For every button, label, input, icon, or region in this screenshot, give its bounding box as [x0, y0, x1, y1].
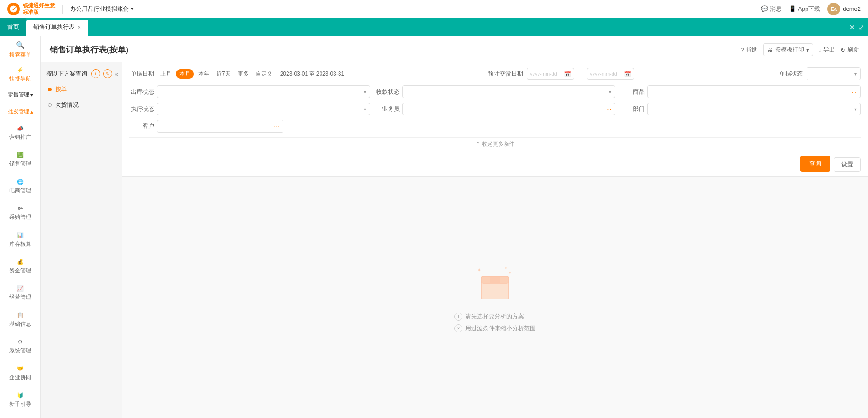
content-wrapper: 按以下方案查询 + ✎ « 按单 — [41, 62, 868, 418]
scheme-item-debt[interactable]: 欠货情况 — [41, 97, 122, 113]
sidebar-item-system[interactable]: ⚙ 系统管理 — [0, 333, 40, 360]
exec-chevron-icon: ▾ — [364, 107, 366, 112]
expected-date-end[interactable]: yyyy-mm-dd 📅 — [587, 68, 634, 80]
exec-select[interactable]: ▾ — [157, 103, 370, 115]
wholesale-arrow-icon: ▴ — [30, 109, 33, 115]
tab-expand-icon[interactable]: ⤢ — [859, 23, 864, 32]
tab-close-btn[interactable]: × — [77, 24, 81, 31]
sidebar-item-retail[interactable]: 零售管理 ▾ — [0, 86, 40, 103]
sidebar-item-ecommerce[interactable]: 🌐 电商管理 — [0, 173, 40, 200]
header-right: 💬 消息 📱 App下载 Ea demo2 — [761, 3, 861, 15]
system-icon: ⚙ — [18, 339, 23, 345]
outbound-select[interactable]: ▾ — [157, 86, 370, 98]
filter-fields-row2: 执行状态 ▾ 业务员 ··· — [129, 103, 861, 115]
scheme-item-order[interactable]: 按单 — [41, 82, 122, 97]
date-btn-custom[interactable]: 自定义 — [253, 69, 275, 79]
settings-btn[interactable]: 设置 — [834, 157, 861, 172]
message-btn[interactable]: 💬 消息 — [761, 5, 782, 13]
help-icon: ? — [741, 47, 744, 53]
sidebar-item-finance[interactable]: 💰 资金管理 — [0, 253, 40, 280]
collapse-filters-btn[interactable]: ⌃ 收起更多条件 — [129, 137, 861, 151]
date-range-dash: — — [578, 71, 583, 77]
sidebar-item-sales[interactable]: 💹 销售管理 — [0, 147, 40, 173]
date-range-display: 2023-03-01 至 2023-03-31 — [280, 70, 344, 78]
add-scheme-btn[interactable]: + — [91, 69, 100, 78]
sidebar-item-enterprise[interactable]: 🤝 企业协同 — [0, 360, 40, 387]
sidebar-item-operations[interactable]: 📈 经营管理 — [0, 280, 40, 307]
salesperson-label: 业务员 — [375, 105, 400, 113]
search-icon: 🔍 — [16, 41, 25, 49]
app-download-btn[interactable]: 📱 App下载 — [789, 5, 820, 13]
sidebar-item-newbie[interactable]: 🔰 新手引导 — [0, 387, 40, 413]
payment-select[interactable]: ▾ — [402, 86, 616, 98]
exec-label: 执行状态 — [129, 105, 154, 113]
active-scheme-dot — [48, 88, 52, 91]
goods-input[interactable]: ··· — [647, 86, 861, 98]
empty-tip-2: 2 用过滤条件来缩小分析范围 — [454, 324, 536, 332]
expected-date-start[interactable]: yyyy-mm-dd 📅 — [527, 68, 574, 80]
svg-text:✦: ✦ — [477, 267, 481, 273]
empty-state: ✦ ✦ ✦ 1 请先选择要分析的方案 — [454, 263, 536, 332]
filter-panel-icons: + ✎ « — [91, 69, 118, 78]
svg-text:✦: ✦ — [509, 271, 512, 275]
operations-icon: 📈 — [17, 285, 24, 292]
active-tab-label: 销售订单执行表 — [33, 23, 75, 31]
customer-input[interactable]: ··· — [157, 120, 283, 133]
dept-label: 部门 — [620, 105, 645, 113]
dept-select[interactable]: ▾ — [647, 103, 861, 115]
sidebar-search[interactable]: 🔍 搜索菜单 — [0, 36, 40, 63]
basic-icon: 📋 — [17, 312, 24, 318]
sidebar-item-apps[interactable]: 🔲 应用中心 — [0, 413, 40, 418]
date-btn-more[interactable]: 更多 — [235, 69, 251, 79]
tab-close-window-icon[interactable]: ✕ — [849, 23, 855, 32]
sidebar: 🔍 搜索菜单 ⚡ 快捷导航 零售管理 ▾ 批发管理 ▴ 📣 营销推广 💹 销售管… — [0, 36, 41, 418]
edit-scheme-btn[interactable]: ✎ — [103, 69, 112, 78]
date-btn-current-month[interactable]: 本月 — [176, 69, 194, 79]
sidebar-item-inventory[interactable]: 📊 库存核算 — [0, 227, 40, 253]
payment-label: 收款状态 — [375, 88, 400, 96]
filter-fields-row3: 客户 ··· — [129, 120, 861, 133]
salesperson-input[interactable]: ··· — [402, 103, 616, 115]
marketing-icon: 📣 — [17, 125, 24, 132]
filter-side-panel: 按以下方案查询 + ✎ « 按单 — [41, 62, 122, 418]
calendar-start-icon: 📅 — [564, 71, 571, 77]
logo-text: 畅捷通好生意 标准版 — [23, 2, 55, 15]
query-btn[interactable]: 查询 — [800, 156, 830, 172]
date-btn-current-year[interactable]: 本年 — [196, 69, 212, 79]
print-arrow-icon: ▾ — [806, 47, 809, 53]
user-area[interactable]: Ea demo2 — [827, 3, 861, 15]
sidebar-item-purchase[interactable]: 🛍 采购管理 — [0, 200, 40, 227]
sidebar-item-marketing[interactable]: 📣 营销推广 — [0, 120, 40, 147]
dept-field: 部门 ▾ — [620, 103, 861, 115]
tip1-number: 1 — [454, 313, 462, 321]
print-icon: 🖨 — [767, 47, 773, 53]
salesperson-field: 业务员 ··· — [375, 103, 616, 115]
sidebar-item-wholesale[interactable]: 批发管理 ▴ — [0, 103, 40, 120]
home-tab[interactable]: 首页 — [0, 18, 26, 36]
expected-date-label: 预计交货日期 — [488, 70, 523, 78]
main-layout: 🔍 搜索菜单 ⚡ 快捷导航 零售管理 ▾ 批发管理 ▴ 📣 营销推广 💹 销售管… — [0, 36, 868, 418]
retail-arrow-icon: ▾ — [30, 92, 33, 98]
newbie-icon: 🔰 — [17, 392, 24, 399]
date-btn-7days[interactable]: 近7天 — [214, 69, 233, 79]
inventory-icon: 📊 — [17, 232, 24, 238]
export-btn[interactable]: ↓ 导出 — [819, 46, 835, 54]
header-left: 畅捷通好生意 标准版 办公用品行业模拟账套 ▾ — [7, 2, 134, 15]
print-btn[interactable]: 🖨 按模板打印 ▾ — [763, 43, 813, 56]
status-select[interactable]: ▾ — [807, 67, 861, 80]
refresh-btn[interactable]: ↻ 刷新 — [840, 46, 859, 54]
active-tab[interactable]: 销售订单执行表 × — [26, 20, 88, 36]
date-btn-last-month[interactable]: 上月 — [158, 69, 174, 79]
sales-icon: 💹 — [17, 152, 24, 158]
help-btn[interactable]: ? 帮助 — [741, 46, 757, 54]
refresh-icon: ↻ — [840, 47, 845, 53]
empty-tips: 1 请先选择要分析的方案 2 用过滤条件来缩小分析范围 — [454, 313, 536, 332]
account-selector[interactable]: 办公用品行业模拟账套 ▾ — [70, 5, 134, 13]
dept-chevron-icon: ▾ — [854, 107, 857, 112]
collapse-panel-btn[interactable]: « — [115, 71, 118, 77]
sidebar-quick-nav[interactable]: ⚡ 快捷导航 — [0, 63, 40, 86]
calendar-end-icon: 📅 — [624, 71, 631, 77]
sidebar-item-basic[interactable]: 📋 基础信息 — [0, 307, 40, 333]
logo-svg — [9, 5, 18, 13]
ecommerce-icon: 🌐 — [17, 179, 24, 185]
